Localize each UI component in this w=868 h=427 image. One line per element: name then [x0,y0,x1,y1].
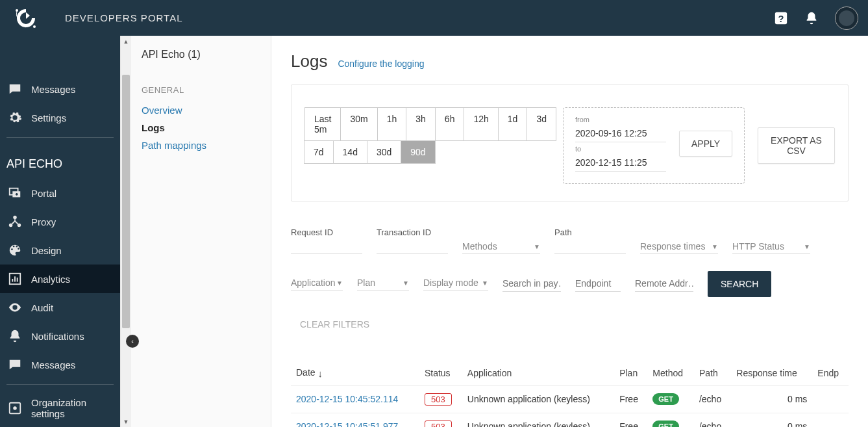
sidebar-scrollbar[interactable]: ▲ ▼ [120,36,131,427]
subside-item-path-mappings[interactable]: Path mappings [138,136,264,154]
log-application: Unknown application (keyless) [462,385,614,413]
brand: DEVELOPERS PORTAL [13,5,183,31]
time-range-14d[interactable]: 14d [333,140,367,164]
gear-icon [8,110,22,125]
time-range-30m[interactable]: 30m [340,107,377,141]
sidebar-item-portal[interactable]: Portal [0,179,120,207]
date-range-box: from 2020-09-16 12:25 to 2020-12-15 11:2… [563,107,745,184]
to-label: to [575,145,666,153]
filter-plan[interactable]: Plan▼ [357,278,409,291]
time-range-12h[interactable]: 12h [464,107,498,141]
filter-search-payloads[interactable] [502,277,561,292]
sidebar-item-settings[interactable]: Settings [0,103,120,132]
log-date-link[interactable]: 2020-12-15 10:45:52.114 [296,394,398,404]
time-range-90d[interactable]: 90d [401,140,435,164]
from-date-input[interactable]: 2020-09-16 12:25 [575,126,666,142]
col-path[interactable]: Path [694,361,731,385]
to-date-input[interactable]: 2020-12-15 11:25 [575,155,666,172]
search-button[interactable]: SEARCH [708,271,771,297]
svg-rect-11 [14,276,16,281]
filter-endpoint[interactable] [575,277,621,292]
sidebar-label: Messages [31,359,75,370]
apply-button[interactable]: APPLY [679,131,732,157]
filter-application[interactable]: Application▼ [291,278,343,291]
sidebar-item-design[interactable]: Design [0,236,120,265]
filter-path[interactable]: Path [554,227,626,254]
col-endpoint[interactable]: Endp [812,361,849,385]
sidebar-label: Organization settings [31,397,112,419]
time-range-1h[interactable]: 1h [377,107,407,141]
col-method[interactable]: Method [647,361,694,385]
sidebar-label: Analytics [31,274,70,285]
sidebar-item-messages-2[interactable]: Messages [0,350,120,379]
time-range-1d[interactable]: 1d [498,107,528,141]
filter-remote-addr[interactable] [635,277,693,292]
filter-transaction-id[interactable]: Transaction ID [377,227,448,254]
time-range-7d[interactable]: 7d [304,140,334,164]
col-date[interactable]: Date ↓ [291,361,419,385]
filter-request-id[interactable]: Request ID [291,227,362,254]
col-status[interactable]: Status [419,361,462,385]
divider [6,384,114,385]
filter-panel: Last 5m30m1h3h6h12h1d3d 7d14d30d90d from… [291,84,849,201]
collapse-sidebar-button[interactable]: ‹ [126,335,139,348]
chevron-down-icon: ▼ [804,243,810,250]
sidebar-label: Design [31,245,62,256]
method-pill: GET [652,393,679,405]
time-range-last5m[interactable]: Last 5m [304,107,341,141]
svg-point-1 [33,25,36,28]
sidebar-item-analytics[interactable]: Analytics [0,265,120,293]
main-content: Logs Configure the logging Last 5m30m1h3… [271,36,868,427]
subside-item-overview[interactable]: Overview [138,101,264,119]
sidebar-item-organization-settings[interactable]: Organization settings [0,390,120,426]
help-icon[interactable]: ? [774,11,788,25]
bell-icon[interactable] [804,11,819,25]
time-range-3h[interactable]: 3h [406,107,436,141]
group-label-general: GENERAL [138,73,264,101]
time-range-30d[interactable]: 30d [367,140,401,164]
bell-icon [8,329,22,343]
filter-display-mode[interactable]: Display mode▼ [423,278,488,291]
proxy-icon [8,214,22,229]
col-response-time[interactable]: Response time [731,361,812,385]
col-application[interactable]: Application [462,361,614,385]
filter-response-times[interactable]: Response times▼ [640,241,718,254]
time-range-3d[interactable]: 3d [527,107,556,141]
sidebar-label: Portal [31,188,56,199]
sidebar-label: Notifications [31,331,84,342]
col-plan[interactable]: Plan [614,361,647,385]
top-bar: DEVELOPERS PORTAL ? [0,0,868,36]
filter-http-status[interactable]: HTTP Status▼ [732,241,810,254]
page-title: Logs [291,51,327,71]
svg-point-14 [13,406,17,410]
filters-row-2: Application▼ Plan▼ Display mode▼ SEARCH … [291,271,849,337]
table-row[interactable]: 2020-12-15 10:45:52.114503Unknown applic… [291,385,849,413]
sidebar-label: Messages [31,84,75,95]
clear-filters-button[interactable]: CLEAR FILTERS [291,311,378,337]
subside-item-logs[interactable]: Logs [138,119,264,136]
scroll-up-icon[interactable]: ▲ [121,36,131,47]
sidebar-item-messages[interactable]: Messages [0,75,120,103]
design-icon [8,243,22,257]
scroll-down-icon[interactable]: ▼ [121,416,131,427]
message-icon [8,82,22,96]
log-date-link[interactable]: 2020-12-15 10:45:51.977 [296,421,398,427]
log-plan: Free [614,413,647,427]
time-range-6h[interactable]: 6h [435,107,465,141]
sidebar-item-notifications[interactable]: Notifications [0,322,120,350]
chevron-down-icon: ▼ [403,279,409,287]
export-csv-button[interactable]: EXPORT AS CSV [758,127,835,164]
log-application: Unknown application (keyless) [462,413,614,427]
filter-methods[interactable]: Methods▼ [462,241,540,254]
scroll-thumb[interactable] [122,75,130,328]
configure-logging-link[interactable]: Configure the logging [338,58,424,69]
log-plan: Free [614,385,647,413]
avatar[interactable] [835,6,858,30]
sidebar-item-proxy[interactable]: Proxy [0,207,120,236]
chevron-down-icon: ▼ [482,279,488,287]
from-label: from [575,116,666,123]
table-row[interactable]: 2020-12-15 10:45:51.977503Unknown applic… [291,413,849,427]
sidebar-item-audit[interactable]: Audit [0,293,120,322]
logs-table: Date ↓ Status Application Plan Method Pa… [291,361,849,427]
chevron-down-icon: ▼ [712,243,718,250]
